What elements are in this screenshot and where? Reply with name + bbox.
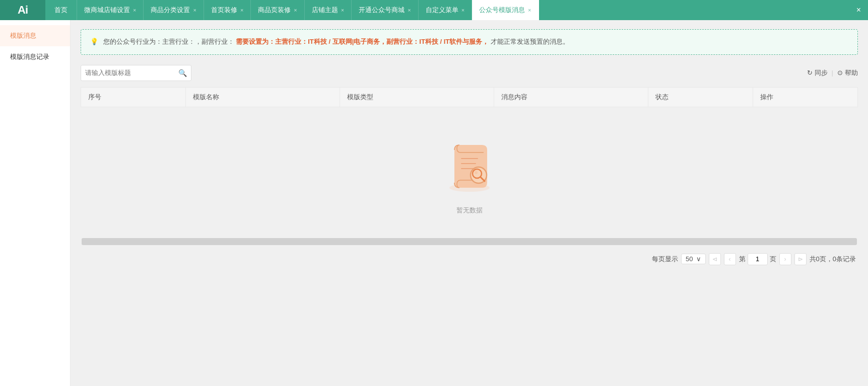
close-tab-product-decor[interactable]: × (294, 7, 297, 13)
data-table: 序号模版名称模版类型消息内容状态操作 (81, 87, 858, 107)
top-navigation: Ai 首页微商城店铺设置×商品分类设置×首页装修×商品页装修×店铺主题×开通公众… (0, 0, 868, 20)
content-area: 💡 您的公众号行业为：主营行业：，副营行业： 需要设置为：主营行业：IT科技 /… (71, 20, 868, 386)
col-header-name: 模版名称 (185, 87, 340, 107)
empty-text: 暂无数据 (456, 206, 483, 215)
col-header-action: 操作 (753, 87, 858, 107)
pagination: 每页显示 50 ∨ ⊲ ‹ 第 页 › ⊳ 共0页，0条记录 (81, 248, 858, 267)
close-tab-shop-theme[interactable]: × (341, 7, 344, 13)
page-total: 共0页，0条记录 (810, 255, 856, 264)
logo-text: Ai (18, 4, 28, 17)
logo: Ai (0, 0, 45, 20)
per-page-label: 每页显示 (652, 255, 678, 264)
close-tab-open-mall[interactable]: × (408, 7, 411, 13)
col-header-type: 模版类型 (340, 87, 494, 107)
sync-button[interactable]: ↻ 同步 (807, 68, 828, 78)
svg-point-7 (475, 171, 478, 174)
nav-tab-product-decor[interactable]: 商品页装修× (251, 0, 304, 20)
last-page-button[interactable]: ⊳ (794, 253, 807, 265)
nav-tab-home[interactable]: 首页 (45, 0, 77, 20)
close-tab-template-msg[interactable]: × (528, 7, 531, 13)
horizontal-scrollbar[interactable] (81, 238, 858, 245)
per-page-value: 50 (686, 255, 693, 263)
sidebar: 模版消息模版消息记录 (0, 20, 71, 386)
page-number-input[interactable] (748, 253, 768, 265)
main-layout: 模版消息模版消息记录 💡 您的公众号行业为：主营行业：，副营行业： 需要设置为：… (0, 20, 868, 386)
help-label: 帮助 (845, 68, 858, 78)
close-tab-category-settings[interactable]: × (193, 7, 196, 13)
help-icon: ⊙ (837, 69, 843, 76)
nav-tabs: 首页微商城店铺设置×商品分类设置×首页装修×商品页装修×店铺主题×开通公众号商城… (45, 0, 849, 20)
prev-page-button[interactable]: ‹ (724, 253, 736, 265)
page-input-box: 第 页 (739, 253, 776, 265)
scrollbar-track[interactable] (82, 238, 857, 245)
bulb-icon: 💡 (90, 38, 98, 45)
search-input[interactable] (85, 69, 178, 76)
next-page-button[interactable]: › (779, 253, 791, 265)
per-page-dropdown-icon: ∨ (696, 255, 701, 263)
toolbar-right: ↻ 同步 | ⊙ 帮助 (807, 68, 858, 78)
page-label-before: 第 (739, 255, 746, 264)
empty-illustration (439, 137, 500, 198)
table-header: 序号模版名称模版类型消息内容状态操作 (81, 87, 858, 107)
table-header-row: 序号模版名称模版类型消息内容状态操作 (81, 87, 858, 107)
sidebar-item-template-msg[interactable]: 模版消息 (0, 25, 70, 46)
nav-tab-template-msg[interactable]: 公众号模版消息× (472, 0, 539, 20)
col-header-status: 状态 (648, 87, 753, 107)
col-header-index: 序号 (81, 87, 186, 107)
notice-text-before: 您的公众号行业为：主营行业：，副营行业： (103, 38, 234, 45)
col-header-content: 消息内容 (494, 87, 648, 107)
notice-highlight-text: 需要设置为：主营行业：IT科技 / 互联网|电子商务，副营行业：IT科技 / I… (236, 38, 489, 45)
nav-tab-shop-theme[interactable]: 店铺主题× (305, 0, 352, 20)
nav-tab-category-settings[interactable]: 商品分类设置× (144, 0, 204, 20)
first-page-button[interactable]: ⊲ (709, 253, 721, 265)
sync-label: 同步 (815, 68, 828, 78)
page-label-after: 页 (770, 255, 776, 264)
per-page-select[interactable]: 50 ∨ (681, 254, 705, 264)
empty-state: 暂无数据 (81, 107, 858, 235)
close-tab-shop-settings[interactable]: × (133, 7, 136, 13)
notice-box: 💡 您的公众号行业为：主营行业：，副营行业： 需要设置为：主营行业：IT科技 /… (81, 29, 858, 55)
nav-tab-custom-menu[interactable]: 自定义菜单× (419, 0, 472, 20)
toolbar: 🔍 ↻ 同步 | ⊙ 帮助 (81, 65, 858, 81)
search-box[interactable]: 🔍 (81, 65, 191, 81)
nav-tab-open-mall[interactable]: 开通公众号商城× (352, 0, 418, 20)
notice-text-after: 才能正常发送预置的消息。 (491, 38, 569, 45)
nav-tab-shop-settings[interactable]: 微商城店铺设置× (77, 0, 144, 20)
sidebar-item-template-msg-records[interactable]: 模版消息记录 (0, 46, 70, 67)
divider: | (832, 69, 833, 76)
close-tab-home-decor[interactable]: × (240, 7, 243, 13)
help-button[interactable]: ⊙ 帮助 (837, 68, 858, 78)
sync-icon: ↻ (807, 69, 813, 76)
close-all-button[interactable]: × (849, 6, 868, 15)
nav-tab-home-decor[interactable]: 首页装修× (204, 0, 251, 20)
close-tab-custom-menu[interactable]: × (461, 7, 464, 13)
search-icon[interactable]: 🔍 (178, 69, 187, 77)
